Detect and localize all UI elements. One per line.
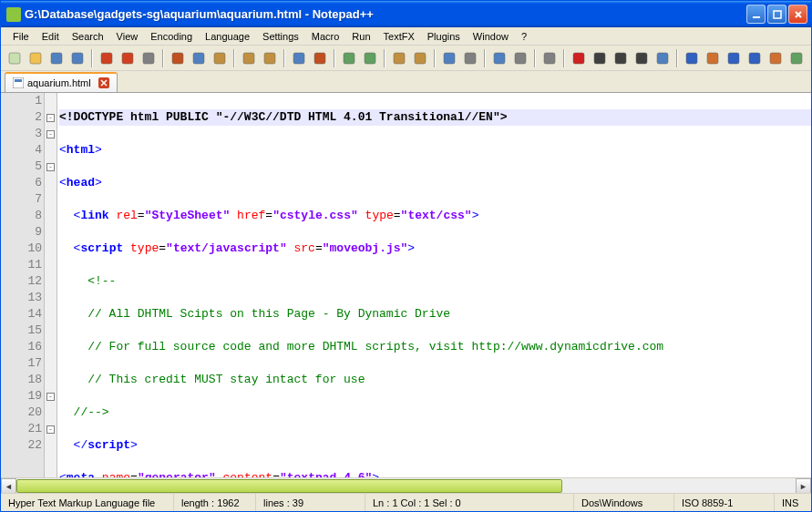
chars-icon[interactable]	[460, 48, 480, 68]
svg-rect-8	[143, 53, 154, 64]
close-all-icon[interactable]	[118, 48, 138, 68]
fold-column[interactable]: -----	[45, 93, 57, 477]
fold-marker[interactable]	[45, 355, 57, 372]
wrap-icon[interactable]	[439, 48, 459, 68]
undo-icon[interactable]	[239, 48, 259, 68]
indent-icon[interactable]	[489, 48, 509, 68]
fold-marker[interactable]	[45, 224, 57, 241]
svg-rect-35	[791, 53, 802, 64]
menu-run[interactable]: Run	[345, 29, 376, 44]
menu-encoding[interactable]: Encoding	[144, 29, 199, 44]
menu-language[interactable]: Language	[199, 29, 256, 44]
sort-up-icon[interactable]	[703, 48, 723, 68]
guide-icon[interactable]	[510, 48, 530, 68]
fold-marker[interactable]: -	[45, 126, 57, 142]
fold-marker[interactable]	[45, 306, 57, 323]
svg-rect-33	[749, 53, 760, 64]
rec-icon[interactable]	[569, 48, 589, 68]
save-icon[interactable]	[46, 48, 67, 68]
titlebar[interactable]: G:\Database\gadgets-sg\aquarium\aquarium…	[1, 1, 811, 27]
code-area[interactable]: <!DOCTYPE html PUBLIC "-//W3C//DTD HTML …	[57, 93, 811, 477]
sort-za-icon[interactable]	[745, 48, 765, 68]
sort-a-icon[interactable]	[682, 48, 702, 68]
scroll-right-button[interactable]: ►	[796, 478, 811, 494]
fold-marker[interactable]	[45, 273, 57, 290]
svg-rect-31	[707, 53, 718, 64]
line-number: 4	[1, 142, 42, 159]
svg-rect-18	[394, 53, 405, 64]
fold-marker[interactable]	[45, 241, 57, 257]
window-title: G:\Database\gadgets-sg\aquarium\aquarium…	[25, 7, 746, 21]
fold-marker[interactable]	[45, 175, 57, 191]
horizontal-scrollbar[interactable]: ◄ ►	[1, 477, 811, 493]
status-language: Hyper Text Markup Language file	[1, 494, 174, 511]
svg-rect-5	[72, 53, 83, 64]
print-icon[interactable]	[139, 48, 159, 68]
fold-marker[interactable]	[45, 339, 57, 355]
svg-rect-24	[544, 53, 555, 64]
fold-marker[interactable]: -	[45, 421, 57, 437]
fastplay-icon[interactable]	[632, 48, 652, 68]
svg-rect-26	[594, 53, 605, 64]
menu-help[interactable]: ?	[515, 29, 533, 44]
editor[interactable]: 12345678910111213141516171819202122 ----…	[1, 93, 811, 477]
zoom-out-icon[interactable]	[360, 48, 380, 68]
sort-dn-icon[interactable]	[724, 48, 744, 68]
scroll-left-button[interactable]: ◄	[1, 478, 16, 494]
menu-macro[interactable]: Macro	[305, 29, 346, 44]
scroll-thumb[interactable]	[16, 479, 562, 493]
fold-marker[interactable]: -	[45, 109, 57, 126]
fold-marker[interactable]	[45, 323, 57, 339]
close-icon[interactable]	[97, 48, 117, 68]
open-file-icon[interactable]	[26, 48, 46, 68]
cut-icon[interactable]	[168, 48, 188, 68]
new-file-icon[interactable]	[5, 48, 25, 68]
zoom-in-icon[interactable]	[339, 48, 359, 68]
close-button[interactable]	[788, 5, 807, 24]
toolbar-separator	[563, 49, 565, 67]
status-mode: INS	[775, 494, 811, 511]
menu-settings[interactable]: Settings	[256, 29, 305, 44]
find-icon[interactable]	[289, 48, 309, 68]
savemacro-icon[interactable]	[653, 48, 673, 68]
fold-marker[interactable]: -	[45, 159, 57, 175]
menu-search[interactable]: Search	[66, 29, 110, 44]
svg-rect-36	[13, 77, 24, 88]
menu-edit[interactable]: Edit	[36, 29, 66, 44]
paste-icon[interactable]	[210, 48, 230, 68]
save-all-icon[interactable]	[67, 48, 87, 68]
fold-marker[interactable]	[45, 372, 57, 388]
fold-marker[interactable]	[45, 290, 57, 306]
fold-marker[interactable]	[45, 191, 57, 208]
spell-icon[interactable]	[786, 48, 807, 68]
fold-marker[interactable]	[45, 93, 57, 109]
stop-icon[interactable]	[590, 48, 610, 68]
menu-view[interactable]: View	[110, 29, 145, 44]
svg-rect-15	[314, 53, 325, 64]
fold-marker[interactable]	[45, 142, 57, 159]
replace-icon[interactable]	[310, 48, 330, 68]
menu-window[interactable]: Window	[467, 29, 515, 44]
copy-icon[interactable]	[189, 48, 209, 68]
sync-v-icon[interactable]	[389, 48, 409, 68]
menu-plugins[interactable]: Plugins	[421, 29, 467, 44]
fold-marker[interactable]	[45, 208, 57, 224]
tab-aquarium[interactable]: aquarium.html	[5, 72, 118, 92]
menu-file[interactable]: File	[6, 29, 36, 44]
play-icon[interactable]	[611, 48, 631, 68]
scroll-track[interactable]	[16, 478, 796, 493]
sync-h-icon[interactable]	[410, 48, 430, 68]
line-number: 18	[1, 372, 42, 388]
fold-marker[interactable]: -	[45, 388, 57, 404]
svg-rect-21	[465, 53, 476, 64]
fold-marker[interactable]	[45, 404, 57, 421]
sort-zd-icon[interactable]	[766, 48, 786, 68]
menu-textfx[interactable]: TextFX	[377, 29, 421, 44]
fold-marker[interactable]	[45, 437, 57, 454]
maximize-button[interactable]	[767, 5, 786, 24]
fold-marker[interactable]	[45, 257, 57, 273]
fold-icon[interactable]	[540, 48, 560, 68]
tab-close-icon[interactable]	[98, 77, 109, 88]
redo-icon[interactable]	[260, 48, 280, 68]
minimize-button[interactable]	[746, 5, 766, 24]
